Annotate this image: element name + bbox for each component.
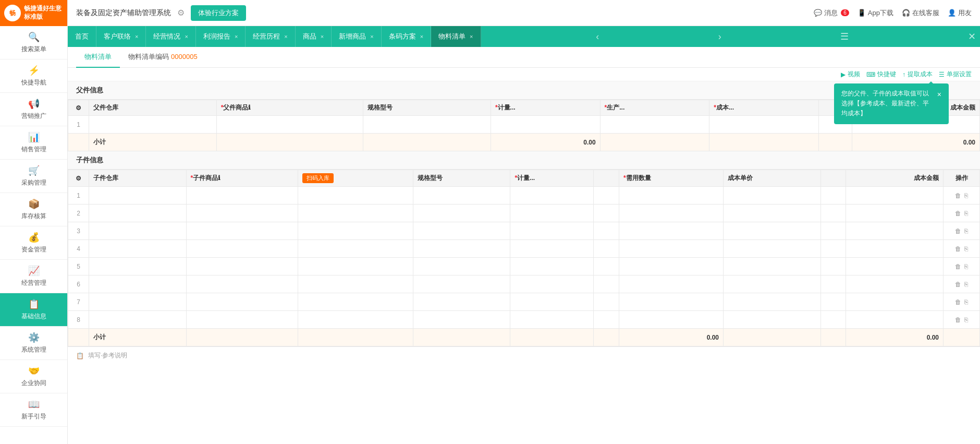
delete-icon[interactable]: 🗑 [955,210,961,217]
delete-icon[interactable]: 🗑 [955,316,961,323]
child-cell-unit[interactable] [510,240,594,258]
tab-profit[interactable]: 利润报告 × [196,26,246,47]
delete-icon[interactable]: 🗑 [955,227,961,235]
doc-settings-button[interactable]: ☰ 单据设置 [939,70,972,79]
child-cell-spec[interactable] [413,258,510,275]
delete-icon[interactable]: 🗑 [955,298,961,306]
extract-cost-button[interactable]: ↑ 提取成本 [902,70,933,79]
scan-button[interactable]: 扫码入库 [302,173,334,183]
child-cell-spec[interactable] [413,205,510,222]
sidebar-item-operations[interactable]: 📈 经营管理 [0,260,67,293]
app-download-button[interactable]: 📱 App下载 [858,8,893,18]
child-cell-warehouse[interactable] [89,240,187,258]
tab-customer[interactable]: 客户联络 × [96,26,146,47]
child-cell-unit[interactable] [510,187,594,205]
sidebar-item-purchase[interactable]: 🛒 采购管理 [0,160,67,193]
child-cell-product[interactable] [186,240,298,258]
trial-button[interactable]: 体验行业方案 [191,5,246,21]
child-cell-unit[interactable] [510,275,594,293]
child-cell-product[interactable] [186,187,298,205]
tooltip-close-button[interactable]: × [937,89,941,100]
child-cell-unitcost[interactable] [724,258,821,275]
child-cell-product[interactable] [186,275,298,293]
parent-cell-product[interactable] [216,116,363,134]
child-cell-unitcost[interactable] [724,311,821,329]
child-cell-product[interactable] [186,222,298,240]
child-cell-unitcost[interactable] [724,222,821,240]
tab-home[interactable]: 首页 [68,26,96,47]
copy-icon[interactable]: ⎘ [964,263,968,270]
sidebar-item-system[interactable]: ⚙️ 系统管理 [0,327,67,360]
child-cell-warehouse[interactable] [89,275,187,293]
tab-scroll-left[interactable]: ‹ [592,31,603,42]
tab-close-new-product[interactable]: × [370,33,373,40]
child-cell-qty[interactable] [619,258,724,275]
child-cell-unit[interactable] [510,311,594,329]
tab-new-product[interactable]: 新增商品 × [332,26,381,47]
copy-icon[interactable]: ⎘ [964,192,968,199]
sidebar-item-quicknav[interactable]: ⚡ 快捷导航 [0,59,67,93]
child-cell-product[interactable] [186,293,298,311]
sidebar-item-inventory[interactable]: 📦 库存核算 [0,193,67,226]
sidebar-item-enterprise[interactable]: 🤝 企业协同 [0,360,67,393]
online-service-button[interactable]: 🎧 在线客服 [902,8,939,18]
copy-icon[interactable]: ⎘ [964,281,968,288]
child-cell-unitcost[interactable] [724,187,821,205]
parent-cell-unit[interactable] [491,116,600,134]
child-cell-warehouse[interactable] [89,311,187,329]
child-cell-spec[interactable] [413,293,510,311]
child-cell-qty[interactable] [619,311,724,329]
copy-icon[interactable]: ⎘ [964,210,968,217]
child-cell-qty[interactable] [619,187,724,205]
tab-bom[interactable]: 物料清单 × [431,26,481,47]
subtab-bom-list[interactable]: 物料清单 [76,47,120,68]
child-cell-product[interactable] [186,205,298,222]
tab-barcode[interactable]: 条码方案 × [382,26,431,47]
copy-icon[interactable]: ⎘ [964,227,968,235]
child-cell-qty[interactable] [619,205,724,222]
parent-cell-cost[interactable] [709,116,819,134]
tab-scroll-right[interactable]: › [714,31,726,42]
child-cell-unit[interactable] [510,293,594,311]
video-button[interactable]: ▶ 视频 [841,70,860,79]
copy-icon[interactable]: ⎘ [964,298,968,306]
child-cell-unitcost[interactable] [724,293,821,311]
child-cell-warehouse[interactable] [89,187,187,205]
delete-icon[interactable]: 🗑 [955,245,961,253]
child-cell-unitcost[interactable] [724,275,821,293]
child-cell-spec[interactable] [413,222,510,240]
tab-menu[interactable]: ☰ [836,31,853,42]
sidebar-item-sales[interactable]: 📊 销售管理 [0,126,67,160]
child-cell-warehouse[interactable] [89,293,187,311]
child-cell-spec[interactable] [413,275,510,293]
sidebar-item-basic-info[interactable]: 📋 基础信息 [0,293,67,327]
sidebar-item-search[interactable]: 🔍 搜索菜单 [0,26,67,59]
tab-close-profit[interactable]: × [235,33,238,40]
tab-close-barcode[interactable]: × [420,33,423,40]
settings-gear-icon[interactable]: ⚙ [177,8,185,18]
child-cell-spec[interactable] [413,240,510,258]
delete-icon[interactable]: 🗑 [955,192,961,199]
child-cell-unitcost[interactable] [724,240,821,258]
copy-icon[interactable]: ⎘ [964,245,968,253]
parent-cell-spec[interactable] [363,116,491,134]
child-cell-spec[interactable] [413,187,510,205]
tab-product[interactable]: 商品 × [296,26,332,47]
user-button[interactable]: 👤 用友 [948,8,972,18]
parent-cell-warehouse[interactable] [89,116,217,134]
tab-business[interactable]: 经营情况 × [146,26,195,47]
sidebar-item-finance[interactable]: 💰 资金管理 [0,226,67,260]
tab-close-product[interactable]: × [321,33,324,40]
child-cell-warehouse[interactable] [89,205,187,222]
child-cell-unit[interactable] [510,258,594,275]
tab-close-business[interactable]: × [185,33,188,40]
child-cell-qty[interactable] [619,222,724,240]
child-cell-product[interactable] [186,311,298,329]
message-button[interactable]: 💬 消息 6 [814,8,849,18]
shortcut-button[interactable]: ⌨ 快捷键 [866,70,896,79]
copy-icon[interactable]: ⎘ [964,316,968,323]
sidebar-item-guide[interactable]: 📖 新手引导 [0,393,67,427]
child-cell-product[interactable] [186,258,298,275]
sidebar-item-marketing[interactable]: 📢 营销推广 [0,93,67,126]
tab-close-bom[interactable]: × [470,33,473,40]
